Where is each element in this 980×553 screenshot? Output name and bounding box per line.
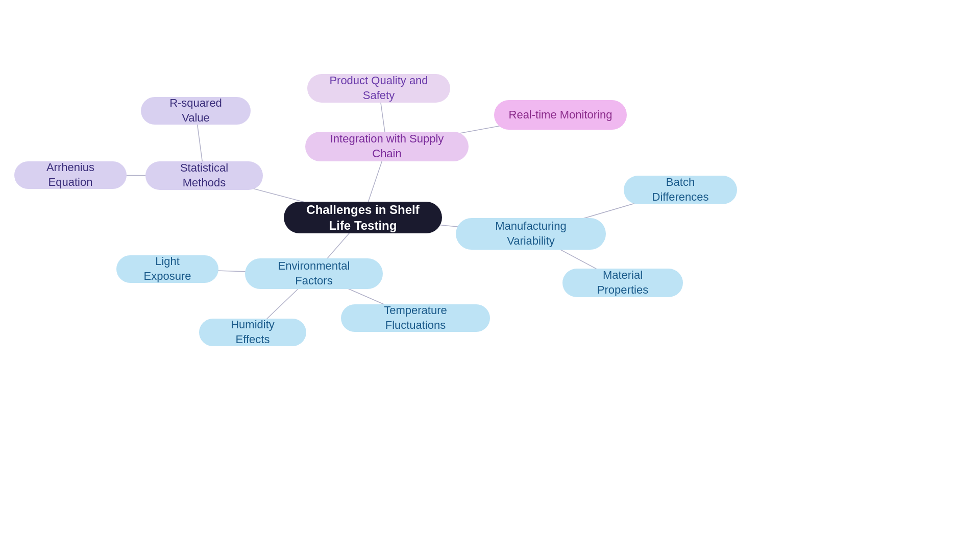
material-node: Material Properties xyxy=(562,269,683,297)
humidity-node: Humidity Effects xyxy=(199,319,306,346)
center-label: Challenges in Shelf Life Testing xyxy=(306,202,420,233)
statistical-node: Statistical Methods xyxy=(145,161,263,190)
arrhenius-label: Arrhenius Equation xyxy=(29,160,112,189)
humidity-label: Humidity Effects xyxy=(213,318,292,347)
environmental-label: Environmental Factors xyxy=(259,259,369,288)
batch-node: Batch Differences xyxy=(624,176,737,204)
rsquared-node: R-squared Value xyxy=(141,97,251,125)
product-quality-label: Product Quality and Safety xyxy=(322,74,436,103)
manufacturing-node: Manufacturing Variability xyxy=(456,218,606,250)
integration-label: Integration with Supply Chain xyxy=(320,132,454,161)
realtime-node: Real-time Monitoring xyxy=(494,100,627,130)
integration-node: Integration with Supply Chain xyxy=(305,132,469,161)
material-label: Material Properties xyxy=(577,268,669,297)
batch-label: Batch Differences xyxy=(638,175,723,204)
arrhenius-node: Arrhenius Equation xyxy=(14,161,127,189)
light-label: Light Exposure xyxy=(131,254,204,283)
center-node: Challenges in Shelf Life Testing xyxy=(284,202,442,233)
statistical-label: Statistical Methods xyxy=(160,161,249,190)
temperature-label: Temperature Fluctuations xyxy=(355,303,476,332)
product-quality-node: Product Quality and Safety xyxy=(307,74,450,103)
environmental-node: Environmental Factors xyxy=(245,258,383,289)
temperature-node: Temperature Fluctuations xyxy=(341,304,490,332)
rsquared-label: R-squared Value xyxy=(155,96,236,125)
manufacturing-label: Manufacturing Variability xyxy=(470,219,592,248)
realtime-label: Real-time Monitoring xyxy=(509,108,612,123)
light-node: Light Exposure xyxy=(116,255,218,283)
